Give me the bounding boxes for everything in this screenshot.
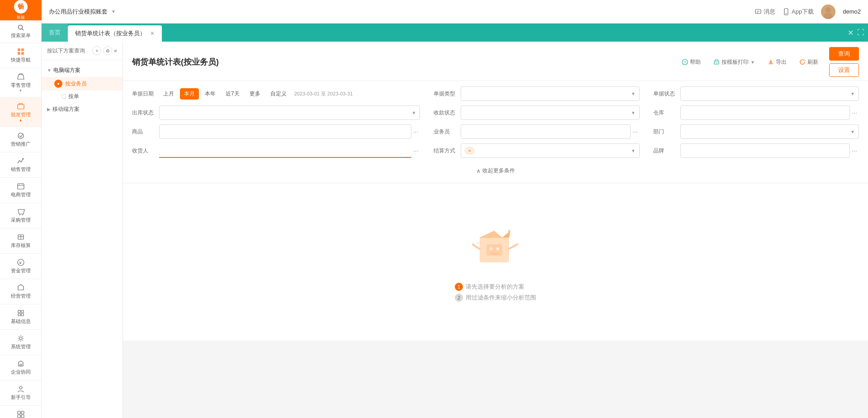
enterprise-label: 企业协同 [11,369,31,375]
sidebar: 畅 标版 搜索菜单 快捷导航 零售管理 ▼ 批发管理 ▲ 营销推广 销售管理 电… [0,0,42,418]
username-label[interactable]: demo2 [843,8,861,15]
sidebar-item-enterprise[interactable]: 企业协同 [0,355,41,380]
app-download-btn[interactable]: App下载 [783,8,814,16]
sidebar-item-marketing[interactable]: 营销推广 [0,127,41,152]
settle-tag-close-btn[interactable]: × [468,148,471,153]
tab-home[interactable]: 首页 [42,24,68,42]
warehouse-dots[interactable]: ··· [850,109,859,116]
svg-rect-22 [18,411,20,414]
finance-icon: ¥ [17,258,25,266]
sidebar-item-sales[interactable]: 销售管理 [0,152,41,178]
hint-num-2: 2 [455,294,463,302]
svg-point-10 [19,214,20,215]
settings-btn[interactable]: 设置 [829,63,859,77]
export-btn[interactable]: 导出 [764,57,790,68]
tab-close-all-btn[interactable]: ✕ [848,28,854,37]
sidebar-item-wholesale[interactable]: 批发管理 ▲ [0,98,41,127]
app-download-label: App下载 [792,8,814,16]
hint-text-2: 用过滤条件来缩小分析范围 [466,294,536,302]
doc-status-label: 单据状态 [653,90,680,98]
ecommerce-icon [17,182,25,190]
department-dropdown-icon: ▼ [850,129,855,134]
scheme-item-salesperson[interactable]: ● 按业务员 [42,77,123,90]
newbie-label: 新手引导 [11,394,31,401]
search-icon [17,24,24,31]
date-filter-btns: 上月 本月 本年 近7天 更多 自定义 2023-03-01 至 2023-03… [159,88,353,100]
filter-group-out-status: 出库状态 ▼ [132,105,420,120]
tab-home-label: 首页 [49,28,61,37]
product-dots[interactable]: ··· [411,128,420,135]
brand-input[interactable] [680,143,850,158]
collapse-panel-btn[interactable]: « [114,48,117,54]
scheme-sub-item-order[interactable]: 〇 按单 [42,90,123,103]
svg-point-8 [22,158,24,160]
settle-close-tag: × [465,147,474,154]
svg-line-1 [22,29,24,31]
help-icon: ? [682,59,688,65]
settle-dropdown-icon[interactable]: ▼ [631,148,636,153]
sidebar-item-quick-nav[interactable]: 快捷导航 [0,43,41,68]
date-btn-7days[interactable]: 近7天 [222,88,244,100]
filter-group-salesperson: 业务员 ··· [434,124,639,139]
consignee-dots[interactable]: ··· [411,147,420,154]
brand-dots[interactable]: ··· [850,147,859,154]
user-avatar[interactable] [821,5,835,19]
add-scheme-btn[interactable]: + [92,46,101,55]
breadcrumb-dropdown-icon[interactable]: ▼ [111,9,116,14]
tab-maximize-btn[interactable]: ⛶ [857,28,864,37]
tab-close-icon[interactable]: ✕ [150,30,155,37]
page-actions: ? 帮助 按模板打印 ▼ 导出 刷新 [678,47,859,77]
settle-input-area[interactable]: × ▼ [461,143,639,158]
marketing-icon [17,132,25,140]
refresh-btn[interactable]: 刷新 [796,57,822,68]
date-btn-more[interactable]: 更多 [245,88,264,100]
sidebar-item-operations[interactable]: 经营管理 [0,279,41,304]
empty-hint: 1 请先选择要分析的方案 2 用过滤条件来缩小分析范围 [455,283,536,304]
sidebar-logo[interactable]: 畅 标版 [0,0,42,20]
scheme-group-mobile[interactable]: ▶ 移动端方案 [42,103,123,116]
date-btn-last-month[interactable]: 上月 [159,88,178,100]
newbie-icon [17,385,25,393]
doc-status-dropdown-icon: ▼ [850,91,855,96]
print-btn[interactable]: 按模板打印 ▼ [710,57,759,68]
tab-sales-stat[interactable]: 销货单统计表（按业务员） ✕ [68,25,162,42]
messages-btn[interactable]: 消息 [755,8,775,16]
breadcrumb: 办公用品行业模拟账套 [49,8,108,16]
warehouse-input[interactable] [680,105,850,120]
purchase-icon [17,208,25,216]
query-btn[interactable]: 查询 [829,47,859,61]
sidebar-item-finance[interactable]: ¥ 资金管理 [0,254,41,279]
empty-state: ✦ ✦ 1 请先选择要分析的方案 [123,183,868,341]
sidebar-item-newbie[interactable]: 新手引导 [0,380,41,406]
salesperson-dots[interactable]: ··· [631,128,640,135]
settings-scheme-btn[interactable]: ⚙ [103,46,112,55]
help-btn[interactable]: ? 帮助 [678,57,704,68]
page-title: 销货单统计表(按业务员) [132,57,219,67]
sidebar-item-ecommerce[interactable]: 电商管理 [0,178,41,203]
sidebar-item-purchase[interactable]: 采购管理 [0,203,41,228]
payment-status-select[interactable]: ▼ [461,105,639,120]
header-right: 消息 App下载 demo2 [755,5,861,19]
sidebar-item-retail[interactable]: 零售管理 ▼ [0,68,41,98]
doc-type-select[interactable]: ▼ [461,86,639,101]
doc-type-label: 单据类型 [434,90,461,98]
scheme-group-pc-header[interactable]: ▼ 电脑端方案 [42,64,123,77]
collapse-more-btn[interactable]: ∧ 收起更多条件 [474,164,518,177]
consignee-input[interactable] [159,143,411,158]
print-btn-label: 按模板打印 [722,58,749,66]
date-btn-this-year[interactable]: 本年 [201,88,220,100]
date-btn-custom[interactable]: 自定义 [266,88,291,100]
date-btn-this-month[interactable]: 本月 [180,88,199,100]
sidebar-item-base[interactable]: 基础信息 [0,304,41,330]
product-input[interactable] [159,124,411,139]
doc-status-select[interactable]: ▼ [680,86,859,101]
print-dropdown-icon[interactable]: ▼ [750,60,755,65]
out-status-select[interactable]: ▼ [159,105,420,120]
sidebar-item-system[interactable]: 系统管理 [0,330,41,355]
sidebar-search[interactable]: 搜索菜单 [0,20,41,43]
salesperson-input[interactable] [461,124,631,139]
department-select[interactable]: ▼ [680,124,859,139]
hint-text-1: 请先选择要分析的方案 [466,283,524,291]
sidebar-item-appcenter[interactable]: 应用中心 [0,406,41,418]
sidebar-item-inventory[interactable]: 库存核算 [0,228,41,254]
